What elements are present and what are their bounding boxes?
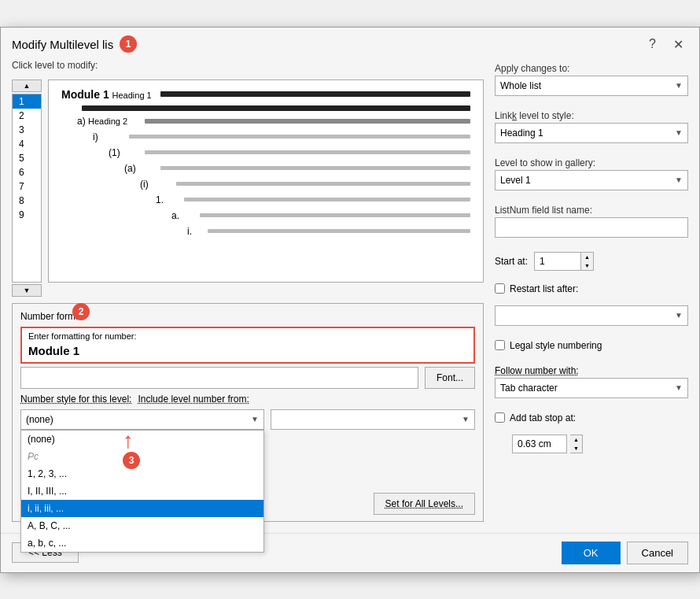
- add-tab-stop-row: Add tab stop at:: [495, 412, 688, 423]
- tab-stop-spin-down[interactable]: ▼: [570, 444, 582, 453]
- font-button[interactable]: Font...: [425, 367, 475, 389]
- restart-list-row: Restart list after:: [495, 283, 688, 294]
- level-item-5[interactable]: 5: [13, 151, 41, 165]
- level-item-7[interactable]: 7: [13, 179, 41, 194]
- dd-item-iii-upper[interactable]: I, II, III, ...: [21, 483, 263, 500]
- dd-item-iii-lower[interactable]: i, ii, iii, ...: [21, 500, 263, 517]
- preview-row-3: a) Heading 2: [61, 116, 470, 127]
- preview-line-4: [129, 135, 470, 139]
- format-number-input[interactable]: [20, 367, 418, 389]
- preview-label-3: a) Heading 2: [77, 116, 140, 127]
- restart-list-caret: ▼: [675, 311, 683, 320]
- legal-style-row: Legal style numbering: [495, 340, 688, 351]
- left-panel: Click level to modify: ▲ 1 2 3 4 5 6 7 8…: [12, 60, 484, 522]
- start-at-label: Start at:: [495, 256, 528, 267]
- link-level-label-text: Link: [495, 110, 512, 121]
- apply-changes-label: Apply changes to:: [495, 63, 688, 74]
- preview-row-9: a.: [61, 210, 470, 221]
- include-dropdown[interactable]: ▼: [271, 409, 475, 430]
- set-all-levels-button[interactable]: Set for All Levels...: [374, 493, 475, 515]
- level-scroll-up[interactable]: ▲: [12, 79, 42, 92]
- preview-row-8: 1.: [61, 194, 470, 205]
- level-item-4[interactable]: 4: [13, 137, 41, 151]
- restart-list-checkbox[interactable]: [495, 283, 505, 294]
- preview-row-10: i.: [61, 226, 470, 237]
- listnum-input[interactable]: [495, 217, 688, 238]
- apply-changes-value: Whole list: [500, 80, 541, 91]
- preview-row-4: i): [61, 131, 470, 142]
- preview-row-6: (a): [61, 163, 470, 174]
- add-tab-stop-checkbox[interactable]: [495, 412, 505, 423]
- dd-item-pc[interactable]: Pc: [21, 448, 263, 465]
- follow-number-dropdown[interactable]: Tab character ▼: [495, 378, 688, 398]
- dd-item-abc-upper[interactable]: A, B, C, ...: [21, 517, 263, 534]
- dd-item-123[interactable]: 1, 2, 3, ...: [21, 465, 263, 483]
- preview-label-4: i): [93, 131, 124, 142]
- preview-row-2: [61, 105, 470, 111]
- level-item-6[interactable]: 6: [13, 165, 41, 179]
- follow-number-caret: ▼: [675, 383, 683, 392]
- tab-spinner-row: ▲ ▼: [495, 434, 688, 453]
- add-tab-stop-label: Add tab stop at:: [510, 412, 576, 423]
- level-item-9[interactable]: 9: [13, 208, 41, 222]
- level-item-2[interactable]: 2: [13, 109, 41, 123]
- preview-line-7: [176, 182, 470, 186]
- ok-button[interactable]: OK: [562, 542, 621, 564]
- style-label: Number style for this level:: [20, 394, 131, 405]
- follow-number-label: Follow number with:: [495, 365, 688, 376]
- preview-label-8: 1.: [156, 194, 179, 205]
- listnum-label: ListNum field list name:: [495, 205, 688, 216]
- title-bar-right: ? ✕: [644, 35, 688, 54]
- level-section-label: Click level to modify:: [12, 60, 484, 71]
- link-level-dropdown[interactable]: Heading 1 ▼: [495, 123, 688, 143]
- title-bar: Modify Multilevel lis 1 ? ✕: [1, 28, 699, 60]
- preview-row-1: Module 1 Heading 1: [61, 88, 470, 101]
- level-list-container: ▲ 1 2 3 4 5 6 7 8 9 ▼: [12, 79, 42, 297]
- help-button[interactable]: ?: [644, 35, 661, 53]
- style-dropdown[interactable]: (none) ▼: [20, 409, 264, 430]
- format-value-input[interactable]: [28, 342, 467, 359]
- tab-stop-spin-up[interactable]: ▲: [570, 435, 582, 444]
- dd-item-abc-lower[interactable]: a, b, c, ...: [21, 534, 263, 552]
- style-dropdown-caret: ▼: [251, 415, 259, 423]
- close-button[interactable]: ✕: [669, 35, 688, 54]
- preview-label-9: a.: [171, 210, 195, 221]
- start-at-spin-down[interactable]: ▼: [581, 261, 593, 270]
- cancel-button[interactable]: Cancel: [627, 542, 688, 564]
- gallery-level-group: Level to show in gallery: Level 1 ▼: [495, 157, 688, 197]
- apply-changes-caret: ▼: [675, 81, 683, 90]
- preview-line-3: [145, 119, 470, 124]
- preview-line-8: [184, 198, 470, 202]
- link-level-group: Linkk level to style: Heading 1 ▼: [495, 110, 688, 150]
- preview-area: Module 1 Heading 1 a) Heading 2 i): [48, 79, 484, 283]
- apply-changes-dropdown[interactable]: Whole list ▼: [495, 76, 688, 96]
- dialog-title: Modify Multilevel lis: [12, 38, 113, 51]
- start-at-spin-up[interactable]: ▲: [581, 253, 593, 261]
- number-format-section: Number format 2 Enter formatting for num…: [12, 303, 484, 522]
- legal-style-checkbox[interactable]: [495, 340, 505, 350]
- level-item-8[interactable]: 8: [13, 194, 41, 208]
- level-item-3[interactable]: 3: [13, 123, 41, 137]
- gallery-level-caret: ▼: [675, 176, 683, 184]
- start-at-input[interactable]: [534, 252, 581, 271]
- dd-item-none[interactable]: (none): [21, 431, 263, 448]
- preview-line-5: [145, 150, 470, 154]
- restart-list-dropdown[interactable]: ▼: [495, 305, 688, 326]
- restart-list-label: Restart list after:: [510, 283, 578, 294]
- tab-stop-value-input[interactable]: [512, 434, 567, 453]
- preview-line-9: [200, 213, 470, 217]
- level-item-1[interactable]: 1: [13, 94, 41, 109]
- follow-number-value: Tab character: [500, 383, 558, 394]
- level-section: ▲ 1 2 3 4 5 6 7 8 9 ▼: [12, 79, 484, 297]
- preview-label-5: (1): [109, 147, 140, 158]
- link-underline: k: [512, 110, 517, 121]
- footer-right: OK Cancel: [562, 542, 688, 564]
- gallery-level-dropdown[interactable]: Level 1 ▼: [495, 170, 688, 190]
- link-level-value: Heading 1: [500, 128, 543, 139]
- level-scroll-down[interactable]: ▼: [12, 284, 42, 297]
- style-dropdown-list: (none) Pc 1, 2, 3, ... I, II, III, ... i…: [20, 430, 264, 553]
- badge-2: 2: [72, 303, 90, 320]
- link-level-caret: ▼: [675, 128, 683, 137]
- include-dropdown-container: ▼: [271, 409, 475, 430]
- follow-number-group: Follow number with: Tab character ▼: [495, 365, 688, 405]
